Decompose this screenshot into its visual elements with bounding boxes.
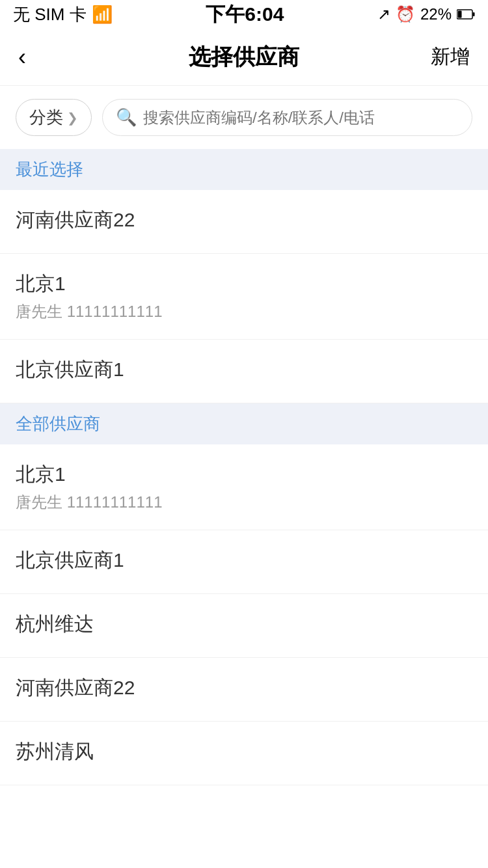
battery-icon: [457, 5, 475, 23]
svg-rect-2: [457, 11, 461, 18]
all-section-title: 全部供应商: [16, 414, 100, 433]
search-box[interactable]: 🔍: [102, 99, 472, 136]
svg-rect-1: [472, 12, 474, 16]
sim-label: 无 SIM 卡: [13, 3, 87, 26]
add-button[interactable]: 新增: [418, 44, 470, 70]
item-name: 苏州清风: [16, 739, 472, 765]
item-sub: 唐先生 11111111111: [16, 492, 472, 513]
item-name: 北京供应商1: [16, 547, 472, 574]
item-name: 北京供应商1: [16, 357, 472, 383]
all-list: 北京1 唐先生 11111111111 北京供应商1 杭州维达 河南供应商22 …: [0, 444, 488, 785]
battery-percent: 22%: [420, 5, 452, 23]
list-item[interactable]: 杭州维达: [0, 594, 488, 658]
filter-row: 分类 ❯ 🔍: [0, 86, 488, 149]
status-bar: 无 SIM 卡 📶 下午6:04 ↗ ⏰ 22%: [0, 0, 488, 29]
list-item[interactable]: 北京供应商1: [0, 340, 488, 403]
list-item[interactable]: 河南供应商22: [0, 658, 488, 722]
list-item[interactable]: 苏州清风: [0, 722, 488, 785]
search-icon: 🔍: [116, 107, 137, 128]
category-button[interactable]: 分类 ❯: [16, 99, 92, 136]
wifi-icon: 📶: [92, 5, 113, 25]
list-item[interactable]: 北京1 唐先生 11111111111: [0, 444, 488, 530]
location-icon: ↗: [377, 5, 390, 23]
status-time: 下午6:04: [206, 1, 284, 28]
nav-bar: ‹ 选择供应商 新增: [0, 29, 488, 86]
list-item[interactable]: 北京1 唐先生 11111111111: [0, 254, 488, 340]
all-section-header: 全部供应商: [0, 403, 488, 444]
item-name: 杭州维达: [16, 611, 472, 638]
status-left: 无 SIM 卡 📶: [13, 3, 113, 26]
category-label: 分类: [29, 106, 63, 129]
recent-section-header: 最近选择: [0, 149, 488, 190]
page-title: 选择供应商: [70, 42, 418, 72]
recent-section-title: 最近选择: [16, 159, 83, 179]
item-sub: 唐先生 11111111111: [16, 301, 472, 322]
item-name: 北京1: [16, 461, 472, 488]
item-name: 北京1: [16, 271, 472, 297]
recent-list: 河南供应商22 北京1 唐先生 11111111111 北京供应商1: [0, 190, 488, 403]
item-name: 河南供应商22: [16, 207, 472, 234]
alarm-icon: ⏰: [396, 5, 415, 23]
back-button[interactable]: ‹: [18, 44, 70, 71]
item-name: 河南供应商22: [16, 675, 472, 701]
status-right: ↗ ⏰ 22%: [377, 5, 475, 23]
chevron-right-icon: ❯: [67, 110, 78, 126]
list-item[interactable]: 河南供应商22: [0, 190, 488, 254]
list-item[interactable]: 北京供应商1: [0, 530, 488, 594]
search-input[interactable]: [143, 109, 459, 127]
